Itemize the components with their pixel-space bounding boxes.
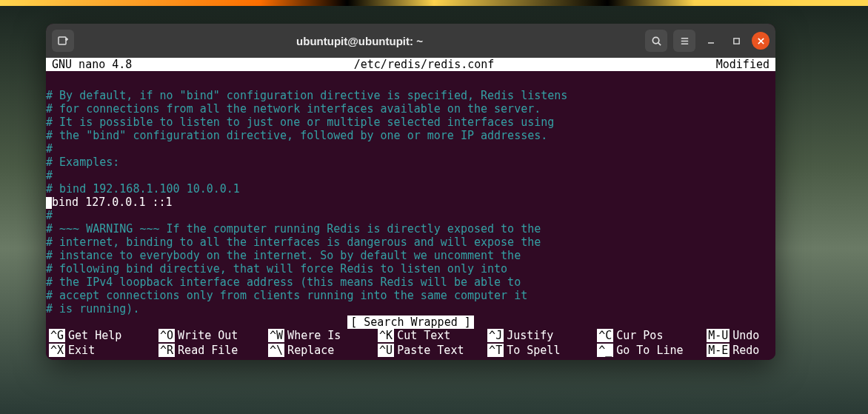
shortcut-label: Read File (178, 344, 238, 357)
shortcut-key: ^K (378, 329, 394, 342)
shortcut-item: ^\Replace (268, 344, 378, 357)
editor-line: # instance to everybody on the internet.… (46, 249, 775, 262)
shortcut-label: Redo (732, 344, 759, 357)
shortcut-item: ^CCur Pos (597, 329, 707, 342)
editor-content[interactable]: # By default, if no "bind" configuration… (46, 71, 775, 315)
editor-line (46, 76, 775, 89)
shortcut-label: Paste Text (397, 344, 464, 357)
shortcut-key: M-U (707, 329, 730, 342)
window-title: ubuntupit@ubuntupit: ~ (79, 35, 641, 47)
search-button[interactable] (645, 30, 667, 52)
shortcut-label: To Spell (507, 344, 560, 357)
shortcut-item: ^KCut Text (378, 329, 487, 342)
shortcut-key: ^R (158, 344, 175, 357)
shortcut-item: ^UPaste Text (378, 344, 487, 357)
nano-app-name: GNU nano 4.8 (46, 58, 132, 71)
shortcut-item: ^OWrite Out (158, 329, 268, 342)
shortcut-label: Get Help (68, 329, 121, 342)
shortcut-item: ^XExit (49, 344, 158, 357)
new-tab-button[interactable] (52, 30, 74, 52)
svg-rect-9 (733, 38, 738, 43)
editor-line: # Examples: (46, 156, 775, 169)
shortcut-item: ^TTo Spell (487, 344, 597, 357)
editor-line: # internet, binding to all the interface… (46, 236, 775, 249)
shortcut-label: Cur Pos (616, 329, 663, 342)
shortcut-key: M-E (707, 344, 730, 357)
menu-button[interactable] (673, 30, 695, 52)
shortcut-key: ^_ (597, 344, 613, 357)
shortcut-key: ^U (378, 344, 394, 357)
editor-line: # accept connections only from clients r… (46, 289, 775, 302)
window-titlebar[interactable]: ubuntupit@ubuntupit: ~ (46, 24, 775, 58)
terminal-window: ubuntupit@ubuntupit: ~ (46, 24, 775, 360)
shortcut-label: Go To Line (616, 344, 683, 357)
shortcut-key: ^O (158, 329, 175, 342)
shortcut-label: Cut Text (397, 329, 450, 342)
editor-line: # It is possible to listen to just one o… (46, 116, 775, 129)
close-button[interactable] (752, 32, 769, 50)
shortcut-key: ^X (49, 344, 65, 357)
editor-line: # the "bind" configuration directive, fo… (46, 129, 775, 142)
editor-line: # (46, 169, 775, 182)
editor-line: # for connections from all the network i… (46, 102, 775, 116)
shortcut-item: ^GGet Help (49, 329, 158, 342)
shortcut-key: ^T (487, 344, 504, 357)
editor-line: # ~~~ WARNING ~~~ If the computer runnin… (46, 222, 775, 236)
shortcut-label: Where Is (287, 329, 341, 342)
editor-line: # following bind directive, that will fo… (46, 262, 775, 276)
maximize-button[interactable] (727, 31, 746, 50)
shortcut-key: ^G (49, 329, 65, 342)
shortcut-label: Exit (68, 344, 95, 357)
shortcut-item: M-ERedo (707, 344, 772, 357)
editor-line: # is running). (46, 302, 775, 315)
shortcut-key: ^C (597, 329, 613, 342)
nano-status-bar: GNU nano 4.8 /etc/redis/redis.conf Modif… (46, 58, 775, 71)
editor-line: # the IPv4 loopback interface address (t… (46, 276, 775, 289)
shortcut-item: ^RRead File (158, 344, 268, 357)
editor-line: # (46, 142, 775, 156)
nano-modified-label: Modified (716, 58, 775, 71)
shortcut-row-2: ^XExit^RRead File^\Replace^UPaste Text^T… (46, 344, 775, 358)
svg-rect-0 (59, 37, 66, 44)
shortcut-key: ^\ (268, 344, 284, 357)
shortcut-key: ^J (487, 329, 504, 342)
shortcut-key: ^W (268, 329, 284, 342)
shortcut-label: Write Out (178, 329, 238, 342)
editor-line: # (46, 209, 775, 222)
shortcut-label: Replace (287, 344, 334, 357)
shortcut-item: ^_Go To Line (597, 344, 707, 357)
shortcut-label: Justify (507, 329, 553, 342)
editor-line: # bind 192.168.1.100 10.0.0.1 (46, 182, 775, 196)
shortcut-label: Undo (732, 329, 759, 342)
shortcut-item: ^JJustify (487, 329, 597, 342)
minimize-button[interactable] (701, 31, 721, 50)
shortcut-item: M-UUndo (707, 329, 772, 342)
terminal-body[interactable]: GNU nano 4.8 /etc/redis/redis.conf Modif… (46, 58, 775, 360)
editor-line: # By default, if no "bind" configuration… (46, 89, 775, 102)
search-status: [ Search Wrapped ] (46, 315, 775, 329)
nano-file-path: /etc/redis/redis.conf (132, 58, 715, 71)
shortcut-row-1: ^GGet Help^OWrite Out^WWhere Is^KCut Tex… (46, 329, 775, 344)
svg-line-4 (658, 42, 660, 44)
svg-point-3 (652, 37, 658, 43)
shortcut-item: ^WWhere Is (268, 329, 378, 342)
editor-line: bind 127.0.0.1 ::1 (46, 196, 775, 209)
